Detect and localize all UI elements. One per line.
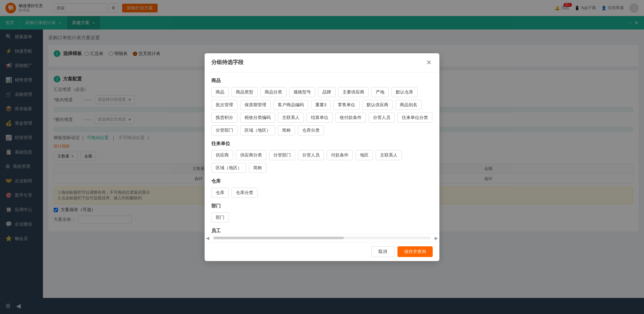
dialog-section-staff: 员工 业务员 [211, 228, 433, 234]
field-tag-dept[interactable]: 部门 [211, 212, 229, 223]
dialog-section-goods-tags: 商品 商品类型 商品分类 规格型号 品牌 主要供应商 产地 默认仓库 批次管理 … [211, 87, 433, 135]
field-tag-partner-category[interactable]: 往来单位分类 [397, 113, 432, 123]
field-tag-region-goods[interactable]: 区域（地区） [240, 125, 275, 135]
field-tag-supplier[interactable]: 供应商 [211, 150, 233, 160]
field-tag-main-contact[interactable]: 主联系人 [278, 113, 304, 123]
dialog-section-warehouse-tags: 仓库 仓库分类 [211, 188, 433, 198]
field-tag-goods-category[interactable]: 商品分类 [260, 87, 286, 97]
field-tag-warehouse-cat[interactable]: 仓库分类 [298, 125, 324, 135]
hscrollbar[interactable] [213, 237, 431, 239]
field-tag-warehouse-category[interactable]: 仓库分类 [231, 188, 258, 198]
field-tag-spec-model[interactable]: 规格型号 [289, 87, 315, 97]
dialog-overlay: 分组待选字段 ✕ 商品 商品 商品类型 商品分类 规格型号 品牌 主要供应商 产… [0, 0, 644, 314]
field-tag-default-supplier[interactable]: 默认供应商 [362, 100, 393, 110]
dialog-section-partner-title: 往来单位 [211, 141, 433, 147]
field-tag-tax-code[interactable]: 税收分类编码 [240, 113, 275, 123]
field-tag-goods-alias[interactable]: 商品别名 [395, 100, 422, 110]
field-tag-settlement-unit[interactable]: 结算单位 [307, 113, 333, 123]
field-tag-pick-points[interactable]: 拣货积分 [211, 113, 237, 123]
dialog-section-dept-title: 部门 [211, 203, 433, 209]
dialog-section-goods-title: 商品 [211, 78, 433, 84]
field-tag-short-name[interactable]: 简称 [278, 125, 295, 135]
dialog: 分组待选字段 ✕ 商品 商品 商品类型 商品分类 规格型号 品牌 主要供应商 产… [205, 53, 439, 261]
field-tag-short-name2[interactable]: 简称 [249, 163, 266, 173]
dialog-close-button[interactable]: ✕ [425, 59, 433, 67]
field-tag-main-contact2[interactable]: 主联系人 [376, 150, 402, 160]
dialog-section-dept: 部门 部门 [211, 203, 433, 223]
field-tag-warehouse[interactable]: 仓库 [211, 188, 229, 198]
field-tag-shelf-life-mgmt[interactable]: 保质期管理 [240, 100, 271, 110]
dialog-header: 分组待选字段 ✕ [205, 53, 439, 72]
hscrollbar-thumb[interactable] [213, 237, 344, 239]
hscroll-left-icon[interactable]: ◀ [205, 236, 211, 241]
field-tag-supplier-cat[interactable]: 供应商分类 [236, 150, 266, 160]
dialog-title: 分组待选字段 [211, 59, 244, 66]
save-query-button[interactable]: 保存并查询 [397, 246, 433, 257]
field-tag-weight3[interactable]: 重量3 [311, 100, 331, 110]
cancel-button[interactable]: 取消 [371, 246, 394, 257]
dialog-hscrollbar-area: ◀ ▶ [205, 234, 439, 242]
field-tag-goods-type[interactable]: 商品类型 [231, 87, 258, 97]
field-tag-dept-managed2[interactable]: 分管部门 [269, 150, 295, 160]
field-tag-origin[interactable]: 产地 [371, 87, 389, 97]
field-tag-pay-terms2[interactable]: 付款条件 [327, 150, 353, 160]
dialog-footer: 取消 保存并查询 [205, 242, 439, 261]
dialog-section-warehouse-title: 仓库 [211, 178, 433, 184]
field-tag-main-supplier[interactable]: 主要供应商 [338, 87, 369, 97]
field-tag-manager[interactable]: 分管人员 [369, 113, 395, 123]
field-tag-retail-unit[interactable]: 零售单位 [333, 100, 360, 110]
field-tag-goods[interactable]: 商品 [211, 87, 229, 97]
field-tag-default-warehouse[interactable]: 默认仓库 [391, 87, 418, 97]
dialog-body: 商品 商品 商品类型 商品分类 规格型号 品牌 主要供应商 产地 默认仓库 批次… [205, 72, 439, 234]
dialog-section-partner: 往来单位 供应商 供应商分类 分管部门 分管人员 付款条件 地区 主联系人 区域… [211, 141, 433, 173]
field-tag-payment-terms[interactable]: 收付款条件 [335, 113, 366, 123]
dialog-section-staff-title: 员工 [211, 228, 433, 234]
dialog-section-partner-tags: 供应商 供应商分类 分管部门 分管人员 付款条件 地区 主联系人 区域（地区） … [211, 150, 433, 173]
field-tag-area[interactable]: 地区 [356, 150, 373, 160]
dialog-section-warehouse: 仓库 仓库 仓库分类 [211, 178, 433, 198]
hscroll-right-icon[interactable]: ▶ [433, 236, 439, 241]
dialog-section-dept-tags: 部门 [211, 212, 433, 223]
field-tag-region-partner[interactable]: 区域（地区） [211, 163, 246, 173]
field-tag-manager2[interactable]: 分管人员 [298, 150, 324, 160]
field-tag-dept-managed[interactable]: 分管部门 [211, 125, 237, 135]
dialog-section-goods: 商品 商品 商品类型 商品分类 规格型号 品牌 主要供应商 产地 默认仓库 批次… [211, 78, 433, 135]
field-tag-brand[interactable]: 品牌 [318, 87, 335, 97]
field-tag-customer-code[interactable]: 客户商品编码 [273, 100, 308, 110]
field-tag-batch-mgmt[interactable]: 批次管理 [211, 100, 237, 110]
